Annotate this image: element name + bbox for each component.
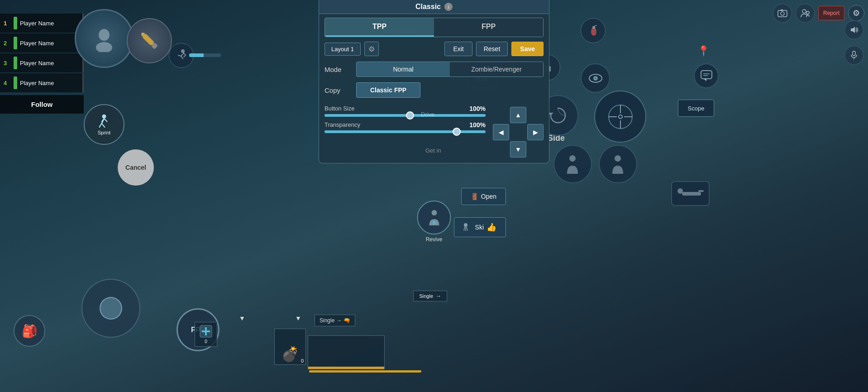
player-list: 1 Player Name 2 Player Name 3 Player Nam… [0, 14, 84, 114]
svg-rect-13 [202, 330, 210, 332]
settings-button[interactable]: ⚙ [848, 5, 864, 21]
svg-line-19 [467, 227, 467, 231]
button-size-fill [324, 114, 486, 117]
revive-icon [425, 209, 443, 226]
eye-button[interactable] [581, 63, 610, 93]
layout-select[interactable]: Layout 1 [324, 43, 361, 56]
svg-rect-58 [853, 51, 855, 56]
arrow-down-button[interactable]: ▼ [510, 141, 526, 158]
cancel-button[interactable]: Cancel [118, 149, 154, 186]
fire-ext-icon [587, 24, 600, 37]
fpp-tab[interactable]: FPP [434, 18, 543, 37]
copy-label: Copy [324, 86, 352, 94]
svg-rect-41 [592, 26, 595, 29]
friend-button[interactable] [796, 4, 815, 23]
revive-button[interactable] [417, 201, 451, 234]
right-col-icons [844, 20, 863, 65]
prone-silhouette[interactable] [671, 181, 710, 206]
info-badge[interactable]: i [444, 3, 453, 11]
joystick-area[interactable] [81, 279, 140, 338]
crosshair-icon [607, 103, 634, 130]
camera-button[interactable] [773, 4, 792, 23]
weapon-swap-arrow-1[interactable]: ▼ [293, 315, 303, 322]
backpack-button[interactable]: 🎒 [14, 315, 45, 347]
player-health-1 [14, 17, 17, 29]
follow-button[interactable]: Follow [0, 95, 84, 114]
arrow-center-spacer [510, 124, 526, 140]
arrow-icon-2: → [436, 293, 441, 299]
player-item-1: 1 Player Name [0, 14, 84, 33]
normal-mode-tab[interactable]: Normal [357, 62, 450, 76]
chat-button[interactable] [694, 63, 719, 88]
player-health-4 [14, 76, 17, 89]
crosshair-circle[interactable] [594, 91, 646, 143]
fire-mode-badge-1[interactable]: Single → 🔫 [315, 315, 355, 326]
layout-gear-button[interactable]: ⚙ [364, 42, 379, 56]
speed-indicator [189, 53, 221, 57]
button-size-thumb[interactable] [406, 111, 414, 120]
friend-icon [800, 8, 810, 18]
char-icon-1 [563, 154, 583, 174]
bullet-icon [127, 18, 172, 63]
svg-marker-57 [851, 27, 855, 33]
copy-classic-fpp-button[interactable]: Classic FPP [356, 82, 420, 98]
svg-line-42 [594, 25, 597, 26]
char-silhouette-1[interactable] [553, 145, 592, 183]
grenade-slot[interactable]: 💣 0 [274, 329, 306, 365]
svg-point-14 [431, 210, 437, 215]
volume-icon [849, 25, 858, 34]
weapon-swap-arrow-2[interactable]: ▼ [237, 315, 247, 322]
svg-point-60 [181, 49, 185, 53]
arrow-up-button[interactable]: ▲ [510, 107, 526, 123]
sprint-button[interactable]: Sprint [84, 104, 124, 145]
modal-exit-button[interactable]: Exit [444, 42, 472, 56]
player-number-3: 3 [4, 60, 10, 67]
ski-label: Ski [475, 224, 484, 231]
primary-weapon-slot[interactable] [308, 335, 385, 369]
player-health-3 [14, 57, 17, 69]
svg-point-5 [102, 115, 106, 119]
rotation-icon [547, 105, 569, 126]
player-name-2: Player Name [20, 40, 54, 47]
tpp-tab[interactable]: TPP [325, 18, 434, 37]
layout-row: Layout 1 ⚙ Exit Reset Save [319, 40, 549, 58]
arrow-middle-row: ◀ ▶ [493, 124, 544, 140]
button-size-slider-row: Button Size 100% [324, 105, 486, 117]
medkit-icon [199, 325, 213, 338]
button-size-label: Button Size [324, 105, 355, 112]
modal-reset-button[interactable]: Reset [476, 42, 508, 56]
arrow-right-button[interactable]: ▶ [527, 124, 544, 140]
location-pin[interactable]: 📍 [697, 45, 710, 57]
transparency-thumb[interactable] [453, 128, 461, 136]
mic-icon [850, 51, 858, 60]
grid-icon-button[interactable]: 0 [195, 322, 217, 347]
transparency-label: Transparency [324, 121, 360, 129]
arrow-left-button[interactable]: ◀ [493, 124, 509, 140]
fire-ext-button[interactable] [581, 18, 606, 43]
transparency-track[interactable] [324, 130, 486, 133]
single-fire-label-1: Single [320, 317, 334, 324]
volume-button[interactable] [844, 20, 863, 39]
secondary-fire-mode[interactable]: Single → [413, 291, 447, 301]
button-size-label-row: Button Size 100% [324, 105, 486, 112]
mic-button[interactable] [844, 46, 863, 65]
button-size-track[interactable] [324, 114, 486, 117]
svg-point-35 [569, 155, 576, 162]
char-silhouette-2[interactable] [599, 145, 637, 183]
scope-label: Scope [688, 105, 705, 112]
modal-save-button[interactable]: Save [511, 42, 544, 56]
report-label: Report [823, 10, 839, 16]
svg-line-9 [104, 119, 107, 122]
svg-point-36 [615, 155, 621, 162]
ski-button[interactable]: Ski 👍 [454, 217, 506, 237]
svg-line-18 [464, 227, 465, 231]
scope-button[interactable]: Scope [678, 100, 714, 117]
copy-row: Copy Classic FPP [319, 81, 549, 101]
open-button[interactable]: 🚪 Open [461, 188, 506, 205]
single-fire-label-2: Single [419, 293, 433, 299]
zombie-mode-tab[interactable]: Zombie/Revenger [450, 62, 543, 76]
running-icon-svg [175, 49, 188, 62]
report-button[interactable]: Report [818, 6, 844, 20]
speed-fill [189, 53, 204, 57]
svg-point-1 [96, 42, 112, 52]
